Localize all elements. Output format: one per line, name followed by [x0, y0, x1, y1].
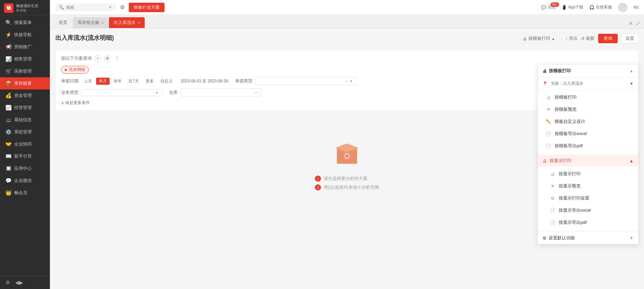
template-excel-icon: 📄	[546, 131, 551, 136]
sales-icon: 📊	[5, 56, 11, 62]
filter-setting-btn[interactable]: ⚙	[104, 55, 111, 62]
search-box[interactable]: 🔍 ▼	[55, 3, 116, 11]
dropdown-print-icon: 🖨	[543, 69, 547, 74]
tab-batch-close[interactable]: ×	[101, 21, 104, 25]
display-pdf-icon: 📄	[550, 220, 555, 225]
doc-type-more[interactable]: ···	[345, 79, 348, 83]
set-default-btn[interactable]: ⚙ 设置默认功能	[543, 235, 575, 241]
sidebar-item-label: 销售管理	[14, 56, 32, 62]
template-pdf-icon: 📄	[546, 143, 551, 149]
set-default-icon: ⚙	[543, 236, 547, 241]
display-section-arrow[interactable]: ▲	[629, 158, 634, 163]
sidebar-item-basic[interactable]: 🗂 基础信息	[0, 114, 50, 126]
biz-type-label: 业务类型	[61, 89, 79, 96]
operations-icon: 📈	[5, 105, 11, 111]
sidebar-item-apps[interactable]: 🔲 应用中心	[0, 162, 50, 175]
display-section-label: 按显示打印	[550, 158, 572, 164]
user-avatar[interactable]	[618, 3, 627, 12]
close-tab-icon[interactable]: ✕	[628, 20, 633, 27]
sidebar-item-finance[interactable]: 💰 资金管理	[0, 89, 50, 102]
template-pdf-label: 按模板导出pdf	[555, 143, 583, 149]
sidebar-item-shortcut[interactable]: ⚡ 快捷导航	[0, 29, 50, 41]
sidebar-item-marketing[interactable]: 📢 营销推广	[0, 41, 50, 53]
warehouse-more[interactable]: ···	[254, 90, 258, 95]
dropdown-header-arrow[interactable]: ▲	[630, 69, 634, 73]
sidebar-item-guide[interactable]: 📖 新手引导	[0, 150, 50, 162]
date-opt-current-month[interactable]: 本月	[96, 78, 110, 85]
topbar-gear-icon[interactable]: ⚙	[120, 4, 125, 10]
sidebar-item-system[interactable]: ⚙️ 系统管理	[0, 126, 50, 138]
print-dropdown-panel: 🖨 按模板打印 ▲ 📍 当前：出入库流水 ▼ 🖨 按模板打印 👁 按	[537, 64, 639, 244]
tab-flow[interactable]: 出入库流水 ×	[109, 17, 144, 28]
collapse-sidebar-icon[interactable]: ◀▶	[15, 280, 23, 286]
setting-btn[interactable]: 设置	[621, 34, 639, 43]
set-default-arrow[interactable]: ▼	[630, 236, 634, 240]
tab-bar: 首页 库存批次账 × 出入库流水 × ✕ ⤢	[50, 15, 644, 28]
current-label: 当前：出入库流水	[551, 81, 583, 86]
biz-type-select[interactable]: ▼	[81, 89, 162, 96]
app-download-btn[interactable]: 📱 App下载	[562, 4, 583, 10]
sidebar-item-collab[interactable]: 🤝 企业协同	[0, 138, 50, 150]
filter-add-btn[interactable]: +	[94, 55, 101, 62]
collapse-arrow-icon: ∧	[61, 101, 64, 105]
display-settings-label: 按显示打印设置	[559, 195, 589, 201]
sidebar-item-wechat[interactable]: 💬 企业微信	[0, 175, 50, 187]
dropdown-template-excel[interactable]: 📄 按模板导出excel	[538, 128, 638, 140]
industry-btn[interactable]: 体验行业方案	[129, 3, 165, 12]
dropdown-separator	[538, 154, 638, 154]
dropdown-template-design[interactable]: ✏️ 模板自定义设计	[538, 115, 638, 128]
search-dropdown-icon[interactable]: ▼	[109, 5, 112, 9]
guide-icon: 📖	[5, 153, 11, 159]
dropdown-display-pdf[interactable]: 📄 按显示导出pdf	[538, 216, 638, 229]
tab-flow-close[interactable]: ×	[138, 21, 140, 25]
phone-icon: 📱	[562, 5, 567, 10]
dropdown-template-preview[interactable]: 👁 按模板预览	[538, 103, 638, 115]
sidebar-item-operations[interactable]: 📈 经营管理	[0, 102, 50, 114]
display-print-label: 按显示打印	[559, 171, 581, 177]
basic-icon: 🗂	[5, 117, 11, 123]
date-opt-current-year[interactable]: 本年	[111, 78, 124, 85]
dropdown-current[interactable]: 📍 当前：出入库流水 ▼	[538, 78, 638, 90]
current-arrow[interactable]: ▼	[630, 81, 634, 86]
dropdown-display-settings[interactable]: ⚙ 按显示打印设置	[538, 192, 638, 204]
sidebar-item-search[interactable]: 🔍 搜索菜单	[0, 17, 50, 29]
dropdown-template-pdf[interactable]: 📄 按模板导出pdf	[538, 140, 638, 152]
date-opt-last-month[interactable]: 上月	[81, 78, 95, 85]
step-2-num: 2	[315, 184, 321, 190]
date-opt-last-7[interactable]: 近7天	[126, 78, 142, 85]
toolbar-more-icon[interactable]: ...	[558, 36, 562, 41]
print-btn[interactable]: 🖨 按模板打印 ▲	[523, 35, 555, 42]
dropdown-template-print[interactable]: 🖨 按模板打印	[538, 91, 638, 103]
search-input[interactable]	[66, 5, 107, 10]
warehouse-field: 仓库 ···	[169, 88, 261, 97]
doc-type-select[interactable]: ··· ▼	[255, 77, 356, 85]
dropdown-bottom[interactable]: ⚙ 设置默认功能 ▼	[538, 232, 638, 244]
dropdown-display-print[interactable]: 🖨 按显示打印	[538, 168, 638, 180]
warehouse-label: 仓库	[169, 89, 178, 96]
refresh-btn[interactable]: ↺ 刷新	[581, 35, 595, 42]
query-btn[interactable]: 查询	[598, 34, 618, 43]
warehouse-select[interactable]: ···	[180, 88, 261, 97]
display-section-header[interactable]: 🖨 按显示打印 ▲	[538, 155, 638, 166]
date-opt-custom[interactable]: 自定义	[158, 78, 175, 85]
dropdown-display-preview[interactable]: 👁 按显示预览	[538, 180, 638, 192]
sidebar-item-label: 快捷导航	[14, 32, 32, 38]
refresh-label: 刷新	[586, 35, 595, 42]
messages-btn[interactable]: 💬 消息 99+	[541, 4, 556, 10]
doc-type-arrow: ▼	[349, 79, 353, 83]
active-filter-chip[interactable]: 流水明细	[61, 66, 89, 74]
export-btn[interactable]: ↑ 导出	[565, 35, 578, 42]
settings-footer-icon[interactable]: ⚙	[5, 280, 10, 286]
dropdown-display-excel[interactable]: 📄 按显示导出excel	[538, 204, 638, 216]
tab-batch[interactable]: 库存批次账 ×	[73, 17, 108, 28]
filter-collapse-icon[interactable]: 《	[113, 55, 118, 61]
date-options: 上月 本月 本年 近7天 更多 自定义	[81, 78, 175, 85]
date-opt-more[interactable]: 更多	[143, 78, 156, 85]
sidebar-item-sales[interactable]: 📊 销售管理	[0, 53, 50, 65]
sidebar-item-member[interactable]: 👑 畅会员	[0, 187, 50, 199]
sidebar-item-inventory[interactable]: 📦 库存核算	[0, 77, 50, 89]
sidebar-item-purchase[interactable]: 🛒 采购管理	[0, 65, 50, 77]
online-service-btn[interactable]: 🎧 在线客服	[589, 4, 612, 10]
tab-home[interactable]: 首页	[54, 17, 72, 28]
expand-tab-icon[interactable]: ⤢	[636, 20, 640, 27]
